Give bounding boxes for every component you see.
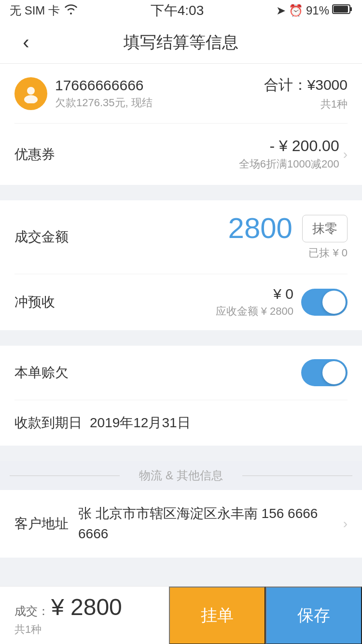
footer-deal-row: 成交： ¥ 2800 — [14, 594, 154, 620]
deal-label: 成交金额 — [14, 228, 69, 246]
coupon-desc: 全场6折满1000减200 — [239, 157, 339, 171]
coupon-label: 优惠券 — [14, 145, 55, 164]
prepay-amount: ¥ 0 — [216, 286, 293, 302]
customer-phone: 17666666666 — [55, 77, 153, 94]
prepay-amount-block: ¥ 0 应收金额 ¥ 2800 — [216, 286, 293, 319]
svg-rect-2 — [334, 6, 348, 13]
arrears-toggle-knob — [322, 361, 346, 384]
round-button[interactable]: 抹零 — [302, 215, 348, 242]
logistics-text: 物流 & 其他信息 — [129, 468, 232, 483]
avatar — [14, 77, 47, 110]
svg-rect-1 — [350, 7, 352, 11]
customer-section: 17666666666 欠款1276.35元, 现结 合计：¥3000 共1种 … — [0, 64, 362, 185]
gray-sep-2 — [0, 338, 362, 346]
total-sub: 共1种 — [264, 97, 348, 112]
total-amount: 合计：¥3000 — [264, 75, 348, 95]
deal-section: 成交金额 2800 抹零 已抹 ¥ 0 冲预收 ¥ 0 应收金额 ¥ 2800 — [0, 200, 362, 330]
customer-sub: 欠款1276.35元, 现结 — [55, 96, 153, 110]
customer-left: 17666666666 欠款1276.35元, 现结 — [14, 77, 153, 110]
address-chevron-icon: › — [343, 516, 348, 532]
duedate-row[interactable]: 收款到期日 2019年12月31日 — [0, 400, 362, 446]
prepay-toggle[interactable] — [301, 289, 348, 316]
footer-left: 成交： ¥ 2800 共1种 — [0, 594, 169, 637]
arrears-label: 本单赊欠 — [14, 364, 69, 382]
prepay-label: 冲预收 — [14, 293, 55, 311]
footer-amount: ¥ 2800 — [51, 594, 122, 620]
logistics-line-left — [10, 476, 120, 476]
logistics-line-right — [242, 476, 352, 476]
prepay-right: ¥ 0 应收金额 ¥ 2800 — [216, 286, 348, 319]
deal-amount-value: 2800 — [228, 214, 292, 243]
back-button[interactable]: ‹ — [12, 28, 41, 57]
page-title: 填写结算等信息 — [124, 31, 238, 54]
duedate-value: 2019年12月31日 — [90, 414, 191, 432]
gray-sep-1 — [0, 193, 362, 200]
deal-amount-row: 成交金额 2800 抹零 已抹 ¥ 0 — [0, 200, 362, 274]
battery-text: 91% — [306, 4, 329, 17]
deal-right: 2800 抹零 已抹 ¥ 0 — [228, 214, 348, 260]
customer-total: 合计：¥3000 共1种 — [264, 75, 348, 112]
coupon-block: - ¥ 200.00 全场6折满1000减200 — [239, 137, 339, 171]
logistics-sep: 物流 & 其他信息 — [0, 461, 362, 490]
customer-info: 17666666666 欠款1276.35元, 现结 — [55, 77, 153, 110]
status-right: ➤ ⏰ 91% — [276, 4, 352, 17]
coupon-row[interactable]: 优惠券 - ¥ 200.00 全场6折满1000减200 › — [0, 124, 362, 185]
duedate-label: 收款到期日 — [14, 414, 82, 432]
location-icon: ➤ — [276, 4, 286, 17]
battery-icon — [332, 4, 352, 17]
save-button[interactable]: 保存 — [265, 587, 362, 644]
deal-sub: 已抹 ¥ 0 — [228, 246, 348, 260]
address-section: 客户地址 张 北京市市辖区海淀区永丰南 156 6666 6666 › — [0, 490, 362, 558]
wifi-icon — [64, 4, 78, 17]
address-row[interactable]: 客户地址 张 北京市市辖区海淀区永丰南 156 6666 6666 › — [0, 490, 362, 558]
status-bar: 无 SIM 卡 下午4:03 ➤ ⏰ 91% — [0, 0, 362, 21]
status-time: 下午4:03 — [151, 1, 204, 20]
prepay-sub: 应收金额 ¥ 2800 — [216, 304, 293, 319]
deal-right-inner: 2800 抹零 — [228, 214, 348, 243]
status-left: 无 SIM 卡 — [10, 3, 78, 18]
clock-icon: ⏰ — [289, 4, 303, 17]
coupon-right: - ¥ 200.00 全场6折满1000减200 › — [239, 137, 348, 171]
customer-row: 17666666666 欠款1276.35元, 现结 合计：¥3000 共1种 — [0, 64, 362, 123]
svg-point-3 — [27, 87, 35, 95]
prepay-row: 冲预收 ¥ 0 应收金额 ¥ 2800 — [0, 274, 362, 330]
arrears-row: 本单赊欠 — [0, 346, 362, 400]
toggle-knob — [322, 291, 346, 314]
address-label: 客户地址 — [14, 515, 69, 533]
footer-bar: 成交： ¥ 2800 共1种 挂单 保存 — [0, 586, 362, 644]
arrears-section: 本单赊欠 收款到期日 2019年12月31日 — [0, 346, 362, 446]
footer-count: 共1种 — [14, 622, 154, 637]
no-sim-text: 无 SIM 卡 — [10, 3, 60, 18]
nav-bar: ‹ 填写结算等信息 — [0, 21, 362, 64]
svg-point-4 — [24, 95, 38, 103]
hold-button[interactable]: 挂单 — [169, 587, 265, 644]
back-icon: ‹ — [23, 31, 29, 53]
gray-sep-3 — [0, 453, 362, 461]
chevron-right-icon: › — [343, 147, 348, 162]
arrears-toggle[interactable] — [301, 359, 348, 386]
coupon-discount: - ¥ 200.00 — [239, 137, 339, 155]
address-chevron: › — [343, 516, 348, 532]
footer-deal-label: 成交： — [14, 603, 49, 619]
address-value: 张 北京市市辖区海淀区永丰南 156 6666 6666 — [78, 504, 343, 544]
